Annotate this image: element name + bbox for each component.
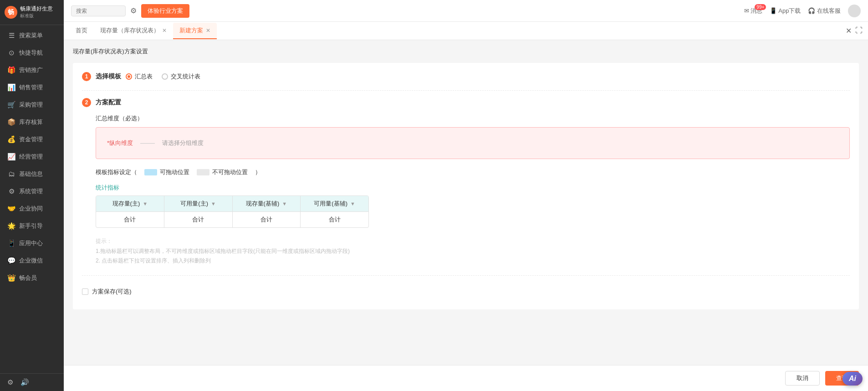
stat-col1-chevron: ▼	[143, 201, 148, 206]
stat-col4-header[interactable]: 可用量(基辅) ▼	[301, 196, 368, 211]
stat-col2-header[interactable]: 可用量(主) ▼	[164, 196, 233, 211]
sidebar-item-label: 系统管理	[19, 187, 43, 196]
stat-col2-chevron: ▼	[211, 201, 216, 206]
step1-divider	[82, 90, 850, 91]
cancel-button[interactable]: 取消	[785, 371, 820, 386]
sidebar-item-marketing[interactable]: 🎁 营销推广	[0, 62, 64, 79]
stat-table-header: 现存量(主) ▼ 可用量(主) ▼ 现存量(基辅) ▼	[96, 196, 368, 211]
dimension-box[interactable]: *纵向维度 —— 请选择分组维度	[96, 127, 850, 159]
radio-cross-circle	[162, 73, 168, 80]
sidebar-item-label: 营销推广	[19, 66, 43, 74]
sound-icon[interactable]: 🔊	[20, 378, 29, 386]
industry-btn[interactable]: 体验行业方案	[141, 4, 189, 18]
step1-header: 1 选择模板 汇总表 交叉统计表	[82, 72, 850, 81]
save-checkbox[interactable]	[82, 288, 88, 295]
sidebar-item-label: 快捷导航	[19, 49, 43, 57]
stat-col4-chevron: ▼	[350, 201, 355, 206]
radio-summary[interactable]: 汇总表	[126, 72, 153, 81]
search-input[interactable]	[71, 5, 126, 16]
hint-item2: 2. 点击标题栏下拉可设置排序、插入列和删除列	[96, 256, 850, 266]
online-service-item[interactable]: 🎧 在线客服	[808, 7, 841, 15]
settings-panel: 1 选择模板 汇总表 交叉统计表	[73, 63, 859, 309]
app-badge: 标准版	[20, 13, 53, 19]
sidebar-item-finance[interactable]: 💰 资金管理	[0, 131, 64, 148]
headset-icon: 🎧	[808, 7, 815, 14]
online-service-label: 在线客服	[817, 7, 841, 14]
step1-block: 1 选择模板 汇总表 交叉统计表	[82, 72, 850, 81]
sidebar-item-label: 资金管理	[19, 135, 43, 144]
sidebar-item-operations[interactable]: 📈 经营管理	[0, 148, 64, 165]
member-icon: 👑	[7, 274, 15, 282]
sidebar-item-new-guide[interactable]: 🌟 新手引导	[0, 217, 64, 235]
template-label: 模板指标设定（	[96, 168, 137, 176]
message-item[interactable]: ✉ 消息 99+	[744, 7, 763, 15]
user-avatar[interactable]	[848, 5, 861, 17]
sidebar-item-inventory[interactable]: 📦 库存核算	[0, 113, 64, 131]
save-row: 方案保存(可选)	[82, 283, 850, 300]
sidebar-item-search-menu[interactable]: ☰ 搜索菜单	[0, 27, 64, 44]
logo-icon: 畅	[5, 6, 17, 19]
tab-close-all-icon[interactable]: ✕	[846, 26, 852, 35]
topbar-right: ✉ 消息 99+ 📱 App下载 🎧 在线客服	[744, 5, 861, 17]
sidebar: 畅 畅康通好生意 标准版 ☰ 搜索菜单 ⊙ 快捷导航 🎁 营销推广 📊 销售管理…	[0, 0, 64, 391]
hint-title: 提示：	[96, 238, 112, 244]
sidebar-item-system[interactable]: ⚙ 系统管理	[0, 183, 64, 200]
sidebar-item-sales[interactable]: 📊 销售管理	[0, 79, 64, 96]
step1-num: 1	[82, 72, 91, 81]
content-area: 现存量(库存状况表)方案设置 1 选择模板 汇总表 交叉统计表	[64, 40, 868, 365]
stat-row1-col3: 合计	[233, 211, 301, 227]
save-label: 方案保存(可选)	[92, 288, 132, 296]
sidebar-item-cooperation[interactable]: 🤝 企业协同	[0, 200, 64, 217]
new-guide-icon: 🌟	[7, 222, 15, 230]
step2-content: 汇总维度（必选） *纵向维度 —— 请选择分组维度 模板指标设定（	[82, 114, 850, 266]
inventory-icon: 📦	[7, 118, 15, 126]
stat-col3-header[interactable]: 现存量(基辅) ▼	[233, 196, 301, 211]
app-name: 畅康通好生意	[20, 5, 53, 13]
sidebar-item-quick-nav[interactable]: ⊙ 快捷导航	[0, 44, 64, 62]
sidebar-item-label: 经营管理	[19, 153, 43, 161]
stat-col3-chevron: ▼	[282, 201, 287, 206]
template-indicator-row: 模板指标设定（ 可拖动位置 不可拖动位置 ）	[96, 168, 850, 176]
tab-new-plan[interactable]: 新建方案 ✕	[173, 23, 217, 39]
step2-header: 2 方案配置	[82, 98, 850, 107]
sidebar-item-basic-info[interactable]: 🗂 基础信息	[0, 165, 64, 183]
tab-new-plan-close[interactable]: ✕	[206, 27, 210, 34]
footer: 取消 查询	[64, 365, 868, 391]
sidebar-item-app-center[interactable]: 📱 应用中心	[0, 235, 64, 252]
stat-row1-col1: 合计	[96, 211, 164, 227]
draggable-indicator: 可拖动位置	[144, 168, 189, 176]
draggable-label: 可拖动位置	[160, 168, 189, 176]
topbar-gear-icon[interactable]: ⚙	[130, 6, 137, 15]
radio-cross[interactable]: 交叉统计表	[162, 72, 200, 81]
vertical-dim-label: *纵向维度	[107, 139, 133, 147]
app-download-item[interactable]: 📱 App下载	[770, 7, 801, 15]
save-divider	[82, 275, 850, 276]
template-radio-group: 汇总表 交叉统计表	[126, 72, 200, 81]
sidebar-item-label: 销售管理	[19, 83, 43, 92]
ai-badge[interactable]: Ai	[842, 372, 863, 386]
tab-expand-icon[interactable]: ⛶	[855, 26, 863, 35]
stat-col1-header[interactable]: 现存量(主) ▼	[96, 196, 164, 211]
message-icon: ✉	[744, 7, 749, 14]
not-draggable-label: 不可拖动位置	[212, 168, 248, 176]
tab-home[interactable]: 首页	[69, 23, 94, 39]
template-label-suffix: ）	[255, 168, 261, 176]
step2-num: 2	[82, 98, 91, 107]
sidebar-item-member[interactable]: 👑 畅会员	[0, 269, 64, 287]
tab-inventory-close[interactable]: ✕	[162, 27, 167, 34]
tab-new-plan-label: 新建方案	[179, 26, 203, 35]
sidebar-item-wechat[interactable]: 💬 企业微信	[0, 252, 64, 269]
sidebar-item-purchase[interactable]: 🛒 采购管理	[0, 96, 64, 113]
settings-icon[interactable]: ⚙	[7, 378, 13, 386]
message-badge: 99+	[755, 4, 766, 10]
purchase-icon: 🛒	[7, 101, 15, 109]
topbar-left: ⚙ 体验行业方案	[71, 4, 189, 18]
quick-nav-icon: ⊙	[7, 49, 15, 57]
sidebar-item-label: 采购管理	[19, 101, 43, 109]
page-title: 现存量(库存状况表)方案设置	[73, 47, 859, 56]
operations-icon: 📈	[7, 153, 15, 161]
dimension-section-label: 汇总维度（必选）	[96, 114, 850, 123]
tab-inventory-status[interactable]: 现存量（库存状况表） ✕	[94, 23, 173, 39]
sidebar-item-label: 企业协同	[19, 205, 43, 213]
radio-cross-label: 交叉统计表	[171, 72, 200, 81]
